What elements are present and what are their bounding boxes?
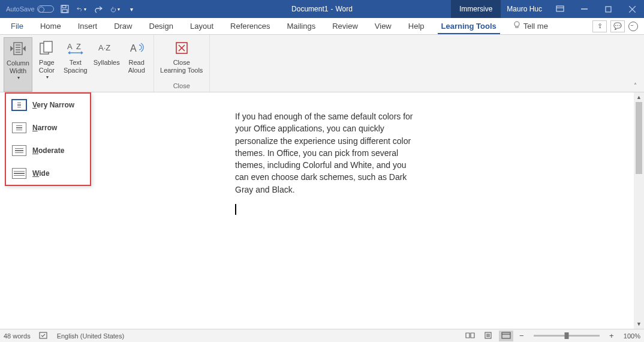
- page-color-button[interactable]: Page Color ▾: [34, 37, 60, 92]
- dropdown-item-very-narrow[interactable]: Very Narrow: [6, 94, 90, 116]
- dropdown-item-moderate[interactable]: Moderate: [6, 139, 90, 162]
- vertical-scrollbar[interactable]: ▲ ▼: [634, 92, 644, 329]
- document-body[interactable]: If you had enough of the same default co…: [235, 110, 414, 196]
- share-icon: ⇪: [597, 22, 603, 30]
- feedback-icon[interactable]: [628, 22, 638, 31]
- minimize-button[interactable]: [572, 0, 596, 18]
- dropdown-label: Moderate: [32, 146, 64, 155]
- column-width-button[interactable]: Column Width ▾: [4, 37, 32, 92]
- tab-layout[interactable]: Layout: [182, 18, 222, 34]
- toggle-off-icon: [37, 5, 54, 13]
- window-title: Document1-Word: [291, 5, 353, 13]
- word-count[interactable]: 48 words: [4, 332, 31, 340]
- svg-point-9: [514, 22, 519, 26]
- read-aloud-button[interactable]: A Read Aloud: [124, 37, 150, 92]
- text-spacing-icon: AZ: [66, 38, 85, 58]
- redo-icon[interactable]: [94, 4, 103, 14]
- svg-rect-3: [556, 6, 564, 11]
- svg-rect-10: [14, 43, 22, 55]
- web-layout-icon: [501, 332, 511, 340]
- collapse-ribbon-button[interactable]: ˄: [630, 81, 640, 89]
- group-label-close: Close: [173, 81, 190, 92]
- very-narrow-icon: [12, 100, 26, 110]
- comments-button[interactable]: 💬: [610, 20, 625, 32]
- ribbon-tabs: File Home Insert Draw Design Layout Refe…: [0, 18, 644, 35]
- moderate-icon: [12, 145, 26, 156]
- tab-draw[interactable]: Draw: [106, 18, 140, 34]
- narrow-icon: [12, 122, 26, 133]
- dropdown-item-wide[interactable]: Wide: [6, 162, 90, 185]
- dropdown-item-narrow[interactable]: Narrow: [6, 116, 90, 139]
- tab-references[interactable]: References: [222, 18, 278, 34]
- read-mode-icon: [465, 332, 475, 340]
- scrollbar-thumb[interactable]: [636, 102, 642, 174]
- zoom-in-button[interactable]: +: [607, 331, 616, 340]
- tab-mailings[interactable]: Mailings: [279, 18, 324, 34]
- ribbon-display-icon[interactable]: [548, 0, 572, 18]
- maximize-button[interactable]: [596, 0, 620, 18]
- read-mode-button[interactable]: [463, 331, 477, 341]
- column-width-icon: [8, 39, 28, 58]
- autosave-label: AutoSave: [6, 5, 35, 13]
- tab-file[interactable]: File: [2, 18, 32, 34]
- close-icon: [172, 38, 191, 58]
- status-bar: 48 words English (United States) − + 100…: [0, 329, 644, 342]
- svg-rect-6: [606, 7, 611, 12]
- print-layout-icon: [484, 332, 492, 340]
- title-bar: AutoSave ▾ ▾ ▾ Document1-Word Immersive …: [0, 0, 644, 18]
- save-icon[interactable]: [60, 4, 70, 14]
- tab-view[interactable]: View: [366, 18, 400, 34]
- zoom-out-button[interactable]: −: [517, 331, 526, 340]
- close-learning-tools-button[interactable]: Close Learning Tools: [158, 37, 206, 81]
- tab-help[interactable]: Help: [400, 18, 433, 34]
- chevron-up-icon: ˄: [634, 82, 637, 89]
- lightbulb-icon: [513, 21, 520, 31]
- text-cursor: [235, 204, 236, 215]
- document-area[interactable]: If you had enough of the same default co…: [0, 92, 644, 329]
- tab-design[interactable]: Design: [141, 18, 182, 34]
- svg-rect-1: [62, 5, 66, 8]
- syllables-button[interactable]: A·Z Syllables: [91, 37, 122, 92]
- zoom-slider[interactable]: [534, 335, 600, 337]
- scroll-up-icon[interactable]: ▲: [634, 92, 644, 102]
- text-spacing-button[interactable]: AZ Text Spacing: [61, 37, 90, 92]
- dropdown-label: Wide: [32, 169, 50, 178]
- language-status[interactable]: English (United States): [57, 332, 125, 340]
- svg-rect-24: [40, 332, 47, 338]
- proofing-icon[interactable]: [39, 331, 49, 341]
- chevron-down-icon: ▾: [17, 75, 20, 80]
- column-width-dropdown: Very Narrow Narrow Moderate Wide: [5, 92, 91, 186]
- dropdown-label: Narrow: [32, 124, 57, 132]
- dropdown-label: Very Narrow: [32, 101, 74, 109]
- tab-home[interactable]: Home: [32, 18, 70, 34]
- close-button[interactable]: [620, 0, 644, 18]
- svg-text:A: A: [130, 43, 137, 53]
- chevron-down-icon: ▾: [46, 74, 49, 80]
- ribbon: Column Width ▾ Page Color ▾ AZ Text Spac…: [0, 35, 644, 92]
- comment-icon: 💬: [613, 22, 622, 30]
- scroll-down-icon[interactable]: ▼: [634, 319, 644, 329]
- svg-text:Z: Z: [76, 42, 81, 51]
- quick-access-toolbar: ▾ ▾ ▾: [60, 4, 137, 14]
- print-layout-button[interactable]: [481, 331, 495, 341]
- undo-icon[interactable]: ▾: [77, 4, 86, 14]
- share-button[interactable]: ⇪: [592, 20, 607, 32]
- svg-rect-29: [502, 332, 510, 338]
- tell-me[interactable]: Tell me: [505, 18, 556, 34]
- web-layout-button[interactable]: [499, 331, 513, 341]
- svg-rect-2: [62, 10, 67, 13]
- tab-learning-tools[interactable]: Learning Tools: [433, 18, 505, 34]
- zoom-level[interactable]: 100%: [624, 332, 640, 340]
- svg-text:A·Z: A·Z: [98, 43, 110, 52]
- touch-mode-icon[interactable]: ▾: [110, 4, 120, 14]
- autosave-toggle[interactable]: AutoSave: [6, 5, 54, 13]
- svg-text:A: A: [67, 42, 73, 51]
- tab-insert[interactable]: Insert: [70, 18, 106, 34]
- tab-review[interactable]: Review: [324, 18, 366, 34]
- customize-qat-icon[interactable]: ▾: [127, 4, 137, 14]
- syllables-icon: A·Z: [97, 38, 116, 58]
- page-color-icon: [37, 38, 56, 58]
- wide-icon: [12, 168, 26, 179]
- user-name[interactable]: Mauro Huc: [501, 5, 548, 13]
- immersive-tab[interactable]: Immersive: [451, 0, 501, 18]
